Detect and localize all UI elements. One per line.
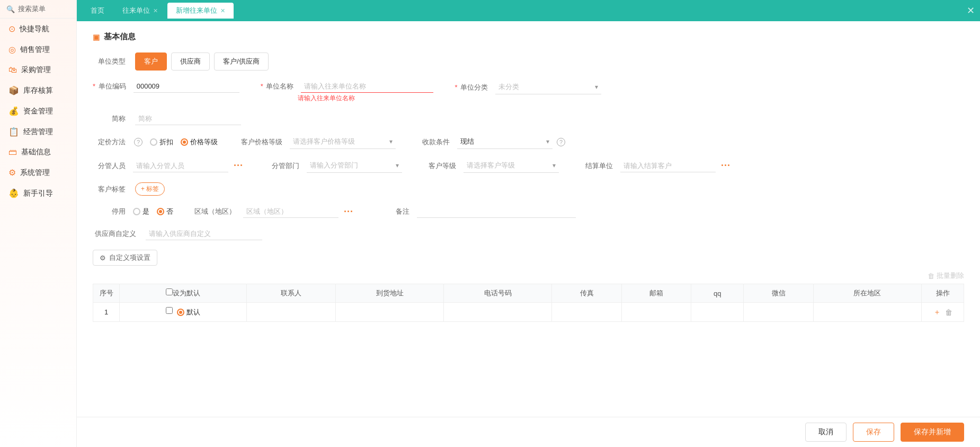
tab-bar: 首页 往来单位 ✕ 新增往来单位 ✕ ✕ [77, 0, 980, 21]
remarks-input[interactable] [417, 205, 576, 218]
pricing-row: 定价方法 ? 折扣 价格等级 客户价格等级 请 [93, 135, 964, 149]
manager-more-btn[interactable]: ··· [231, 160, 245, 171]
col-default: 设为默认 [120, 284, 247, 303]
radio-yes-circle [133, 208, 140, 215]
customer-tag-row: 客户标签 + 标签 [93, 182, 964, 196]
remarks-label: 备注 [377, 207, 414, 216]
row-default-radio[interactable]: 默认 [177, 308, 200, 317]
customer-level-select[interactable]: 请选择客户等级 ▾ [464, 159, 559, 173]
unit-type-label: 单位类型 [93, 57, 130, 66]
row-qq [691, 303, 744, 322]
required-star: * [93, 82, 95, 90]
department-select[interactable]: 请输入分管部门 ▾ [307, 159, 402, 173]
add-row-icon[interactable]: ＋ [933, 308, 941, 317]
customer-price-level-select[interactable]: 请选择客户价格等级 ▾ [290, 135, 396, 149]
radio-yes[interactable]: 是 [133, 207, 149, 216]
save-button[interactable]: 保存 [853, 423, 894, 442]
manager-row: 分管人员 ··· 分管部门 请输入分管部门 ▾ 客户等级 请选择客户等级 ▾ [93, 159, 964, 173]
department-label: 分管部门 [266, 161, 304, 171]
manager-input[interactable] [133, 160, 228, 172]
region-input[interactable] [243, 205, 338, 218]
unit-category-select[interactable]: 未分类 ▾ [495, 80, 601, 94]
tab-new-trading-unit[interactable]: 新增往来单位 ✕ [167, 3, 234, 19]
tab-new-trading-unit-label: 新增往来单位 [176, 6, 217, 15]
abbr-label: 简称 [93, 114, 130, 124]
btn-supplier[interactable]: 供应商 [171, 52, 210, 71]
col-fax: 传真 [552, 284, 621, 303]
customer-level-field: 客户等级 请选择客户等级 ▾ [423, 159, 559, 173]
sidebar-item-inventory[interactable]: 📦 库存核算 [0, 80, 76, 101]
sidebar-item-system[interactable]: ⚙ 系统管理 [0, 162, 76, 183]
settlement-unit-label: 结算单位 [580, 161, 617, 171]
add-tag-button[interactable]: + 标签 [135, 182, 165, 196]
select-all-checkbox[interactable] [166, 288, 173, 295]
save-new-button[interactable]: 保存并新增 [901, 423, 964, 442]
col-wechat: 微信 [744, 284, 813, 303]
sidebar-item-basic-info[interactable]: 🗃 基础信息 [0, 142, 76, 162]
row-email [621, 303, 691, 322]
settlement-more-btn[interactable]: ··· [719, 160, 733, 171]
finance-icon: 💰 [8, 106, 19, 116]
radio-price-level-label: 价格等级 [190, 137, 218, 147]
radio-no[interactable]: 否 [157, 207, 173, 216]
sidebar-item-label: 销售管理 [20, 45, 50, 55]
unit-name-input[interactable] [301, 80, 433, 93]
sidebar-item-quick-nav[interactable]: ⊙ 快捷导航 [0, 19, 76, 39]
abbr-row: 简称 [93, 112, 964, 125]
tab-home[interactable]: 首页 [82, 3, 113, 19]
newbie-icon: 👶 [8, 188, 19, 198]
custom-settings-button[interactable]: ⚙ 自定义项设置 [93, 250, 157, 266]
chevron-down-icon-dept: ▾ [396, 162, 399, 169]
tab-trading-unit[interactable]: 往来单位 ✕ [114, 3, 166, 19]
radio-discount[interactable]: 折扣 [150, 137, 173, 147]
supplier-custom-input[interactable] [146, 227, 262, 240]
sidebar-item-sales[interactable]: ◎ 销售管理 [0, 39, 76, 60]
col-action: 操作 [922, 284, 964, 303]
batch-delete-label[interactable]: 批量删除 [937, 271, 964, 281]
disabled-label: 停用 [93, 207, 130, 216]
row-checkbox[interactable] [166, 307, 173, 314]
window-close-button[interactable]: ✕ [967, 5, 975, 16]
pricing-help-icon[interactable]: ? [134, 138, 142, 146]
col-index: 序号 [93, 284, 120, 303]
inventory-icon: 📦 [8, 85, 19, 95]
unit-category-field: * 单位分类 未分类 ▾ [455, 80, 601, 94]
radio-price-level[interactable]: 价格等级 [181, 137, 218, 147]
btn-both[interactable]: 客户/供应商 [214, 52, 269, 71]
sidebar-search[interactable]: 🔍 搜索菜单 [0, 0, 76, 19]
row-action: ＋ 🗑 [922, 303, 964, 322]
quick-nav-icon: ⊙ [8, 24, 15, 34]
sidebar: 🔍 搜索菜单 ⊙ 快捷导航 ◎ 销售管理 🛍 采购管理 📦 库存核算 💰 资金管… [0, 0, 77, 447]
delete-icon: 🗑 [928, 272, 934, 280]
col-address: 到货地址 [336, 284, 444, 303]
contact-table: 序号 设为默认 联系人 到货地址 电话号码 传真 邮箱 qq 微信 所在地区 操… [93, 284, 964, 322]
pricing-method-field: 定价方法 ? 折扣 价格等级 [93, 137, 218, 147]
cancel-button[interactable]: 取消 [805, 423, 847, 442]
sidebar-item-operations[interactable]: 📋 经营管理 [0, 121, 76, 142]
sidebar-item-finance[interactable]: 💰 资金管理 [0, 101, 76, 121]
delete-row-icon[interactable]: 🗑 [945, 308, 952, 317]
payment-help-icon[interactable]: ? [557, 138, 565, 146]
pricing-label: 定价方法 [93, 137, 130, 147]
main-content: 首页 往来单位 ✕ 新增往来单位 ✕ ✕ ▣ 基本信息 单位类型 客户 供应商 … [77, 0, 980, 447]
sidebar-item-label: 采购管理 [21, 65, 51, 75]
row-default: 默认 [120, 303, 247, 322]
basic-info-icon: 🗃 [8, 147, 17, 157]
payment-terms-field: 收款条件 现结 ▾ ? [417, 135, 565, 149]
search-icon: 🔍 [6, 5, 15, 13]
sidebar-item-newbie[interactable]: 👶 新手引导 [0, 183, 76, 204]
btn-customer[interactable]: 客户 [135, 52, 167, 71]
tab-trading-unit-close[interactable]: ✕ [153, 7, 158, 14]
region-more-btn[interactable]: ··· [342, 206, 355, 217]
unit-code-input[interactable] [133, 80, 239, 93]
payment-terms-select[interactable]: 现结 ▾ [457, 135, 553, 149]
sidebar-item-purchase[interactable]: 🛍 采购管理 [0, 60, 76, 80]
row-wechat [744, 303, 813, 322]
tab-new-trading-unit-close[interactable]: ✕ [220, 7, 225, 14]
settlement-unit-input[interactable] [620, 160, 716, 172]
pricing-radio-group: 折扣 价格等级 [150, 137, 218, 147]
form-area: ▣ 基本信息 单位类型 客户 供应商 客户/供应商 * 单位编码 [77, 21, 980, 417]
operations-icon: 📋 [8, 127, 19, 137]
purchase-icon: 🛍 [8, 65, 17, 75]
abbr-input[interactable] [135, 112, 241, 125]
